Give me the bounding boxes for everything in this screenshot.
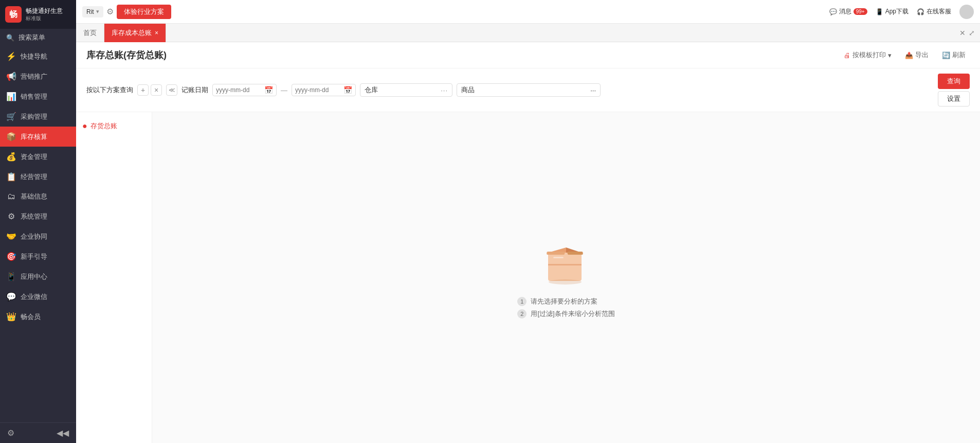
tab-home[interactable]: 首页	[76, 24, 104, 42]
sidebar-item-label: 营销推广	[21, 72, 47, 81]
step1-text: 请先选择要分析的方案	[531, 297, 597, 306]
collapse-icon[interactable]: ◀◀	[57, 428, 69, 438]
sidebar-bottom: ⚙ ◀◀	[0, 422, 76, 443]
sidebar-item-inventory[interactable]: 📦 库存核算	[0, 127, 76, 147]
app-logo: 畅 畅捷通好生意 标准版	[0, 0, 76, 29]
export-icon: 📤	[905, 51, 913, 59]
system-icon: ⚙	[6, 211, 16, 221]
date-start-input[interactable]	[216, 86, 262, 94]
close-tab-icon[interactable]: ×	[155, 30, 158, 36]
scheme-sidebar: ● 存货总账	[76, 112, 152, 443]
sidebar-item-finance[interactable]: 💰 资金管理	[0, 147, 76, 167]
sidebar-item-app-center[interactable]: 📱 应用中心	[0, 267, 76, 287]
avatar[interactable]	[959, 5, 974, 19]
empty-step1: 1 请先选择要分析的方案	[517, 297, 614, 306]
warehouse-select[interactable]: 仓库 ···	[360, 83, 452, 97]
search-icon: 🔍	[6, 34, 14, 42]
logo-icon: 畅	[5, 6, 22, 23]
message-btn[interactable]: 💬 消息 99+	[829, 7, 867, 16]
date-separator: —	[281, 86, 287, 94]
sidebar-item-label: 快捷导航	[21, 52, 47, 61]
date-end-input-wrap[interactable]: 📅	[292, 84, 356, 96]
marketing-icon: 📢	[6, 72, 16, 81]
gear-icon[interactable]: ⚙	[106, 7, 114, 16]
scheme-item-inventory[interactable]: ● 存货总账	[76, 117, 152, 135]
empty-state: 1 请先选择要分析的方案 2 用[过滤]条件来缩小分析范围	[517, 237, 614, 318]
sidebar-item-member[interactable]: 👑 畅会员	[0, 307, 76, 327]
print-icon: 🖨	[844, 51, 850, 59]
operations-icon: 📋	[6, 172, 16, 182]
calendar-start-icon[interactable]: 📅	[264, 86, 273, 94]
warehouse-more-icon: ···	[441, 86, 448, 94]
print-label: 按模板打印	[852, 50, 886, 60]
chevron-down-icon: ▾	[96, 8, 99, 15]
page-title: 库存总账(存货总账)	[86, 49, 167, 61]
page-header: 库存总账(存货总账) 🖨 按模板打印 ▾ 📤 导出 🔄 刷新	[76, 42, 980, 68]
query-btn[interactable]: 查询	[938, 74, 970, 89]
svg-point-7	[549, 279, 582, 285]
tabbar: 首页 库存成本总账 × ✕ ⤢	[76, 24, 980, 42]
settings-bottom-icon[interactable]: ⚙	[7, 428, 14, 438]
print-btn[interactable]: 🖨 按模板打印 ▾	[840, 48, 896, 62]
sidebar-item-marketing[interactable]: 📢 营销推广	[0, 66, 76, 86]
sidebar-item-wechat[interactable]: 💬 企业微信	[0, 287, 76, 307]
refresh-btn[interactable]: 🔄 刷新	[938, 48, 970, 62]
sidebar-item-label: 基础信息	[21, 192, 47, 201]
app-center-icon: 📱	[6, 272, 16, 281]
sidebar-item-quick-nav[interactable]: ⚡ 快捷导航	[0, 46, 76, 66]
newbie-icon: 🎯	[6, 252, 16, 261]
warehouse-label: 仓库	[365, 85, 378, 95]
app-download-label: App下载	[885, 7, 909, 16]
svg-rect-4	[567, 252, 583, 255]
filter-add-btn[interactable]: +	[137, 84, 149, 96]
logo-sub: 标准版	[26, 15, 63, 22]
logo-main: 畅捷通好生意	[26, 7, 63, 15]
search-menu-label: 搜索菜单	[19, 33, 45, 42]
date-start-input-wrap[interactable]: 📅	[212, 84, 277, 96]
goods-select[interactable]: 商品 ···	[457, 83, 601, 97]
user-name: Rit	[86, 8, 94, 15]
tab-active-label: 库存成本总账	[112, 28, 152, 38]
filter-collapse-btn[interactable]: ≪	[166, 84, 177, 96]
app-download-btn[interactable]: 📱 App下载	[876, 7, 909, 16]
sidebar-item-operations[interactable]: 📋 经营管理	[0, 167, 76, 187]
finance-icon: 💰	[6, 152, 16, 162]
sidebar-item-label: 采购管理	[21, 112, 47, 121]
tab-panel-right: ✕ ⤢	[954, 29, 980, 37]
sidebar-item-label: 新手引导	[21, 252, 47, 261]
export-btn[interactable]: 📤 导出	[901, 48, 933, 62]
close-panel-icon[interactable]: ✕	[959, 29, 966, 37]
filter-delete-btn[interactable]: ×	[151, 84, 162, 96]
sidebar-item-label: 库存核算	[21, 132, 47, 141]
message-badge: 99+	[854, 8, 867, 15]
search-menu[interactable]: 🔍 搜索菜单	[0, 29, 76, 46]
empty-svg	[535, 237, 597, 289]
online-support-label: 在线客服	[927, 7, 951, 16]
sidebar-item-enterprise[interactable]: 🤝 企业协同	[0, 226, 76, 246]
user-area[interactable]: Rit ▾	[82, 6, 103, 17]
sidebar-item-purchase[interactable]: 🛒 采购管理	[0, 107, 76, 127]
sidebar-item-base-info[interactable]: 🗂 基础信息	[0, 187, 76, 206]
main-content: 1 请先选择要分析的方案 2 用[过滤]条件来缩小分析范围	[152, 112, 980, 443]
tab-inventory-ledger[interactable]: 库存成本总账 ×	[104, 24, 166, 42]
date-end-input[interactable]	[295, 86, 341, 94]
sidebar-item-newbie[interactable]: 🎯 新手引导	[0, 246, 76, 267]
empty-lines: 1 请先选择要分析的方案 2 用[过滤]条件来缩小分析范围	[517, 297, 614, 318]
filter-label: 按以下方案查询	[86, 85, 133, 95]
goods-more-icon: ···	[590, 86, 596, 94]
sidebar-item-system[interactable]: ⚙ 系统管理	[0, 206, 76, 226]
settings-btn[interactable]: 设置	[938, 91, 970, 107]
svg-rect-6	[548, 264, 582, 265]
date-filter-label: 记账日期	[182, 85, 208, 95]
scheme-inventory-icon: ●	[82, 121, 87, 131]
sidebar-item-label: 企业协同	[21, 232, 47, 241]
tab-home-label: 首页	[83, 28, 97, 38]
industry-btn[interactable]: 体验行业方案	[117, 5, 171, 19]
sidebar-item-sales[interactable]: 📊 销售管理	[0, 86, 76, 107]
calendar-end-icon[interactable]: 📅	[343, 86, 352, 94]
online-support-btn[interactable]: 🎧 在线客服	[917, 7, 951, 16]
message-icon: 💬	[829, 8, 837, 15]
sidebar-item-label: 企业微信	[21, 292, 47, 302]
topbar-right: 💬 消息 99+ 📱 App下载 🎧 在线客服	[829, 5, 974, 19]
expand-panel-icon[interactable]: ⤢	[969, 29, 975, 37]
